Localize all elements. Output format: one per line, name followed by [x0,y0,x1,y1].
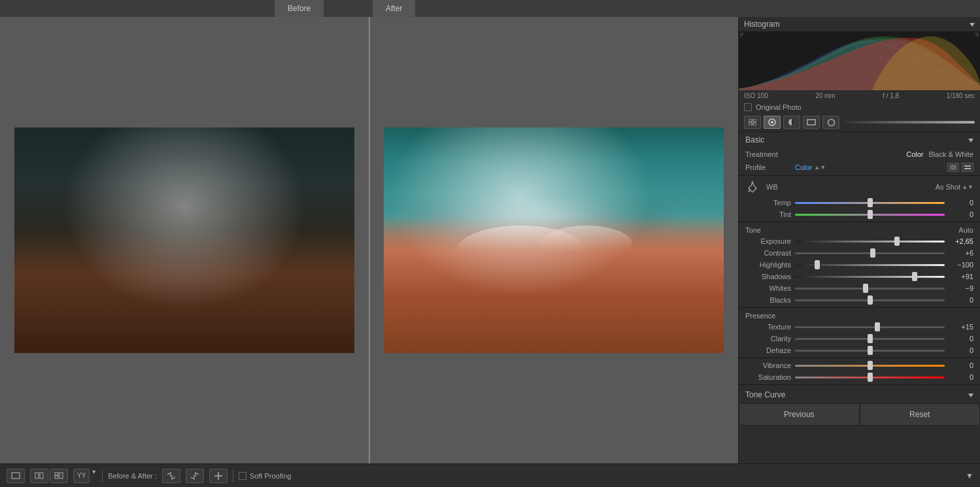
whites-slider[interactable] [795,288,945,290]
saturation-thumb[interactable] [868,373,873,382]
tint-value: 0 [949,210,973,218]
bw-tool-icon[interactable] [783,116,800,129]
reset-button[interactable]: Reset [860,403,981,426]
exposure-thumb[interactable] [894,237,900,246]
grid-tool-icon[interactable] [744,116,761,129]
iso-value: ISO 100 [744,92,768,99]
original-photo-row: Original Photo [739,101,980,113]
tint-slider[interactable] [795,214,945,216]
swap-btn[interactable] [162,469,180,483]
highlights-slider[interactable] [795,264,945,266]
soft-proofing-label: Soft Proofing [250,472,292,480]
contrast-label: Contrast [745,249,791,257]
photo-split [0,17,738,463]
temp-label: Temp [745,199,791,207]
profile-arrow: ▲▼ [814,164,826,171]
before-photo-svg [14,127,354,353]
contrast-value: +6 [949,249,973,257]
clarity-thumb[interactable] [868,334,873,343]
original-photo-label: Original Photo [756,103,802,111]
clarity-row: Clarity 0 [739,333,980,344]
rect-tool-icon[interactable] [803,116,820,129]
profile-value[interactable]: Color ▲▼ [795,163,826,171]
texture-thumb[interactable] [875,322,880,331]
contrast-thumb[interactable] [870,248,875,258]
after-label: After [373,0,415,17]
svg-point-15 [449,253,515,277]
original-photo-checkbox[interactable] [744,103,752,111]
swap-btn-2[interactable] [186,469,204,483]
presence-section-header: Presence [739,309,980,321]
vibrance-thumb[interactable] [868,361,873,370]
basic-panel-arrow[interactable] [968,135,973,144]
histogram-arrow[interactable] [970,20,975,29]
tint-thumb[interactable] [868,210,873,219]
texture-slider[interactable] [795,326,945,328]
svg-point-5 [99,232,217,278]
after-photo [384,127,724,353]
texture-value: +15 [949,323,973,331]
histogram-canvas [739,31,980,90]
wb-label: WB [766,183,778,191]
svg-point-12 [577,301,724,353]
soft-proofing-checkbox[interactable] [239,472,246,480]
vibrance-row: Vibrance 0 [739,360,980,371]
svg-point-24 [828,119,834,126]
highlights-thumb[interactable] [815,260,820,269]
clarity-slider[interactable] [795,338,945,340]
wb-arrow: ▲▼ [962,184,973,190]
profile-icon-grid[interactable] [947,163,959,172]
shadows-thumb[interactable] [912,272,917,281]
toolbar-expand-arrow[interactable]: ▼ [966,471,973,480]
separator-3 [739,307,980,308]
previous-button[interactable]: Previous [739,403,860,426]
vibrance-slider[interactable] [795,365,945,367]
before-after-label: Before & After : [108,472,157,480]
shadows-slider[interactable] [795,276,945,278]
whites-thumb[interactable] [863,284,868,293]
blacks-label: Blacks [745,296,791,304]
profile-label: Profile [745,163,791,171]
color-tool-icon[interactable] [764,116,781,129]
tool-brightness-slider[interactable] [845,121,975,124]
blacks-value: 0 [949,296,973,304]
tone-curve-arrow[interactable] [968,390,973,399]
fullscreen-btn[interactable] [7,469,25,483]
svg-rect-17 [753,119,756,122]
compare-btn-2[interactable] [50,469,68,483]
match-btn[interactable] [209,469,228,483]
highlights-label: Highlights [745,261,791,269]
shutter-value: 1/180 sec [947,92,975,99]
dehaze-slider[interactable] [795,350,945,352]
yy-arrow[interactable]: ▼ [91,469,97,483]
saturation-slider[interactable] [795,377,945,378]
highlights-value: −100 [949,261,973,269]
before-photo [14,127,354,353]
treatment-bw-option[interactable]: Black & White [929,150,973,158]
profile-icon-list[interactable] [962,163,973,172]
blacks-thumb[interactable] [868,295,873,305]
tint-row: Tint 0 [739,209,980,220]
basic-panel-title: Basic [745,135,764,144]
compare-btn-1[interactable] [30,469,48,483]
wb-value[interactable]: As Shot ▲▼ [936,183,973,191]
dehaze-thumb[interactable] [868,346,873,355]
clip-indicator-tl [740,33,745,38]
temp-slider[interactable] [795,202,945,204]
bottom-toolbar: YY ▼ Before & After : Soft Proofing ▼ [0,463,980,487]
dehaze-row: Dehaze 0 [739,344,980,356]
exposure-slider[interactable] [795,241,945,243]
separator-1 [739,175,980,176]
svg-rect-19 [753,123,756,126]
contrast-slider[interactable] [795,252,945,254]
yy-btn[interactable]: YY [73,469,90,483]
circle-tool-icon[interactable] [822,116,839,129]
tone-curve-title: Tone Curve [745,390,785,399]
wb-eyedropper-icon[interactable] [745,180,760,194]
blacks-row: Blacks 0 [739,294,980,306]
tone-auto-btn[interactable]: Auto [958,226,973,234]
blacks-slider[interactable] [795,299,945,301]
treatment-color-option[interactable]: Color [906,150,923,158]
before-panel [0,17,369,463]
temp-thumb[interactable] [868,198,873,207]
